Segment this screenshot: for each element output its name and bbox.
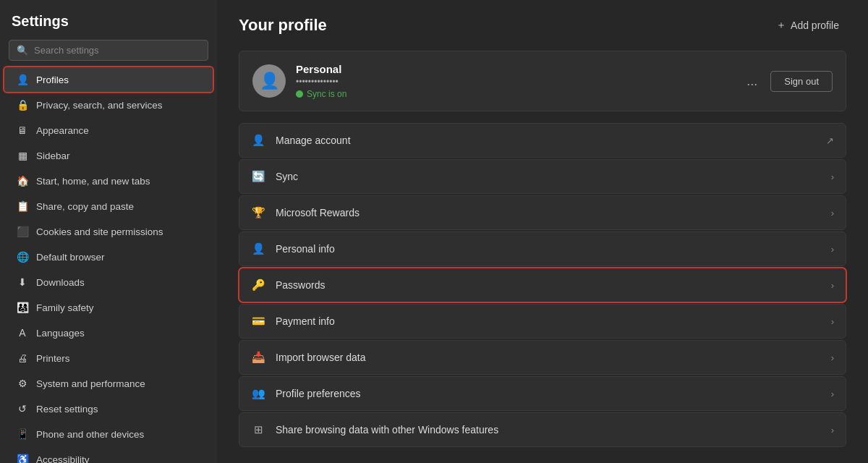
external-icon: ↗ <box>826 135 834 146</box>
nav-label-phone: Phone and other devices <box>36 429 144 440</box>
sidebar-item-share-copy[interactable]: 📋 Share, copy and paste <box>4 194 213 218</box>
menu-item-import-browser-data[interactable]: 📥 Import browser data › <box>239 340 846 375</box>
menu-icon-passwords: 🔑 <box>251 279 265 292</box>
search-icon: 🔍 <box>17 45 28 56</box>
nav-icon-downloads: ⬇ <box>16 276 29 288</box>
nav-icon-share-copy: 📋 <box>16 200 29 212</box>
more-options-button[interactable]: ... <box>741 71 763 92</box>
sidebar-item-start-home[interactable]: 🏠 Start, home, and new tabs <box>4 169 213 193</box>
search-box: 🔍 <box>9 40 208 61</box>
menu-label-passwords: Passwords <box>276 279 821 291</box>
menu-label-payment-info: Payment info <box>276 315 821 327</box>
add-profile-label: Add profile <box>791 20 839 31</box>
menu-icon-manage-account: 👤 <box>251 134 265 147</box>
nav-icon-sidebar: ▦ <box>16 150 29 161</box>
sidebar-item-system[interactable]: ⚙ System and performance <box>4 371 213 396</box>
menu-item-microsoft-rewards[interactable]: 🏆 Microsoft Rewards › <box>239 195 846 230</box>
chevron-right-icon: › <box>831 280 834 291</box>
menu-label-microsoft-rewards: Microsoft Rewards <box>276 207 821 218</box>
sidebar-item-downloads[interactable]: ⬇ Downloads <box>4 270 213 294</box>
nav-label-start-home: Start, home, and new tabs <box>36 176 150 187</box>
sidebar-item-sidebar[interactable]: ▦ Sidebar <box>4 143 213 168</box>
chevron-right-icon: › <box>831 244 834 255</box>
sync-dot <box>296 90 303 98</box>
profile-email: •••••••••••••• <box>296 77 731 87</box>
nav-icon-system: ⚙ <box>16 378 29 389</box>
nav-icon-appearance: 🖥 <box>16 124 29 136</box>
menu-label-personal-info: Personal info <box>276 243 821 255</box>
nav-icon-languages: A <box>16 327 29 339</box>
menu-item-manage-account[interactable]: 👤 Manage account ↗ <box>239 123 846 158</box>
chevron-right-icon: › <box>831 425 834 436</box>
nav-label-system: System and performance <box>36 378 145 389</box>
nav-icon-cookies: ⬛ <box>16 226 29 237</box>
main-content: Your profile ＋ Add profile 👤 Personal ••… <box>217 0 868 463</box>
menu-icon-microsoft-rewards: 🏆 <box>251 206 265 219</box>
search-input[interactable] <box>34 45 200 56</box>
chevron-right-icon: › <box>831 388 834 399</box>
menu-label-manage-account: Manage account <box>276 135 816 146</box>
nav-label-share-copy: Share, copy and paste <box>36 201 134 212</box>
chevron-right-icon: › <box>831 352 834 363</box>
nav-label-profiles: Profiles <box>36 75 69 85</box>
menu-list: 👤 Manage account ↗ 🔄 Sync › 🏆 Microsoft … <box>239 123 846 447</box>
sidebar-item-printers[interactable]: 🖨 Printers <box>4 346 213 370</box>
add-profile-button[interactable]: ＋ Add profile <box>769 14 846 36</box>
menu-icon-sync: 🔄 <box>251 170 265 183</box>
sign-out-button[interactable]: Sign out <box>770 71 833 92</box>
nav-label-appearance: Appearance <box>36 125 89 136</box>
menu-label-import-browser-data: Import browser data <box>276 352 821 363</box>
nav-icon-family-safety: 👨‍👩‍👧 <box>16 302 29 313</box>
menu-icon-share-browsing: ⊞ <box>251 423 265 436</box>
sidebar-item-default-browser[interactable]: 🌐 Default browser <box>4 245 213 269</box>
profile-info: Personal •••••••••••••• Sync is on <box>296 63 731 99</box>
menu-item-personal-info[interactable]: 👤 Personal info › <box>239 232 846 266</box>
sidebar: Settings 🔍 👤 Profiles 🔒 Privacy, search,… <box>0 0 217 463</box>
sync-status: Sync is on <box>296 89 731 99</box>
menu-item-sync[interactable]: 🔄 Sync › <box>239 159 846 194</box>
nav-icon-start-home: 🏠 <box>16 175 29 187</box>
nav-label-accessibility: Accessibility <box>36 454 90 464</box>
nav-label-printers: Printers <box>36 353 70 364</box>
chevron-right-icon: › <box>831 316 834 327</box>
nav-icon-printers: 🖨 <box>16 352 29 364</box>
chevron-right-icon: › <box>831 171 834 182</box>
menu-item-payment-info[interactable]: 💳 Payment info › <box>239 304 846 339</box>
menu-item-passwords[interactable]: 🔑 Passwords › <box>239 268 846 302</box>
profile-name: Personal <box>296 63 731 75</box>
sidebar-item-cookies[interactable]: ⬛ Cookies and site permissions <box>4 219 213 244</box>
sidebar-item-profiles[interactable]: 👤 Profiles <box>4 67 213 92</box>
nav-label-languages: Languages <box>36 328 85 339</box>
nav-label-downloads: Downloads <box>36 277 85 288</box>
sidebar-item-reset[interactable]: ↺ Reset settings <box>4 396 213 421</box>
nav-icon-default-browser: 🌐 <box>16 251 29 263</box>
profile-actions: ... Sign out <box>741 71 833 92</box>
sidebar-item-privacy[interactable]: 🔒 Privacy, search, and services <box>4 93 213 117</box>
nav-label-family-safety: Family safety <box>36 302 94 313</box>
menu-item-share-browsing[interactable]: ⊞ Share browsing data with other Windows… <box>239 412 846 447</box>
menu-icon-payment-info: 💳 <box>251 315 265 328</box>
menu-label-profile-preferences: Profile preferences <box>276 388 821 399</box>
nav-label-sidebar: Sidebar <box>36 150 70 161</box>
sidebar-item-phone[interactable]: 📱 Phone and other devices <box>4 422 213 446</box>
sidebar-title: Settings <box>0 0 217 37</box>
avatar: 👤 <box>252 64 286 98</box>
nav-icon-privacy: 🔒 <box>16 99 29 111</box>
sidebar-item-family-safety[interactable]: 👨‍👩‍👧 Family safety <box>4 295 213 320</box>
menu-item-profile-preferences[interactable]: 👥 Profile preferences › <box>239 376 846 411</box>
sidebar-item-accessibility[interactable]: ♿ Accessibility <box>4 447 213 463</box>
plus-icon: ＋ <box>776 19 786 32</box>
page-title: Your profile <box>239 16 327 35</box>
menu-icon-profile-preferences: 👥 <box>251 387 265 400</box>
nav-label-privacy: Privacy, search, and services <box>36 100 163 111</box>
main-header: Your profile ＋ Add profile <box>239 14 846 36</box>
sidebar-item-appearance[interactable]: 🖥 Appearance <box>4 118 213 143</box>
nav-icon-accessibility: ♿ <box>16 454 29 463</box>
menu-icon-personal-info: 👤 <box>251 242 265 255</box>
nav-label-cookies: Cookies and site permissions <box>36 226 163 237</box>
menu-icon-import-browser-data: 📥 <box>251 351 265 364</box>
nav-label-reset: Reset settings <box>36 404 98 415</box>
avatar-icon: 👤 <box>260 72 279 90</box>
nav-icon-reset: ↺ <box>16 403 29 415</box>
sidebar-item-languages[interactable]: A Languages <box>4 320 213 345</box>
